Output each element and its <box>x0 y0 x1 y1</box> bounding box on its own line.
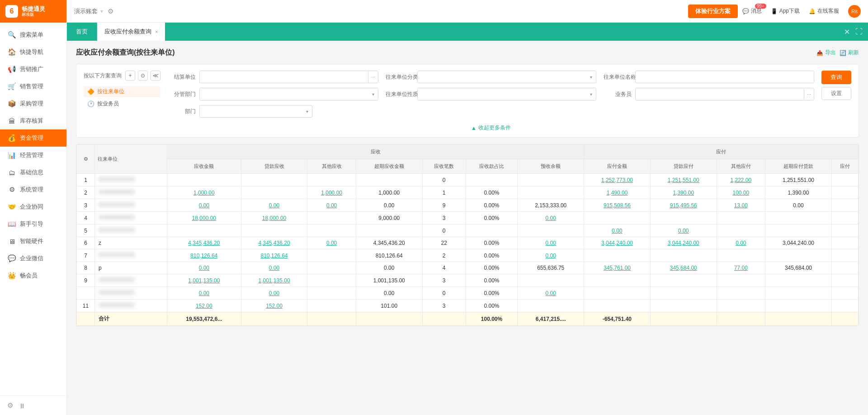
online-service-button[interactable]: 🔔 在线客服 <box>809 7 839 15</box>
partner-5 <box>95 224 167 237</box>
salesman-btn[interactable]: ··· <box>804 88 814 100</box>
ap-loan-2: 1,390.00 <box>650 186 717 199</box>
app-download-button[interactable]: 📱 App下载 <box>771 7 800 15</box>
sidebar-nav: 🔍 搜索菜单 🏠 快捷导航 📢 营销推广 🛒 销售管理 📦 采购管理 🏛 库存核… <box>0 23 66 396</box>
expand-icon[interactable]: ⛶ <box>855 28 863 36</box>
ap-overdue-4 <box>765 212 832 224</box>
dept-select[interactable]: ▾ <box>199 105 312 118</box>
row-num-5: 5 <box>77 224 95 237</box>
ar-overdue-7: 810,126.64 <box>356 249 422 262</box>
sidebar-item-purchase[interactable]: 📦 采购管理 <box>0 95 66 112</box>
sidebar-label-wechat: 企业微信 <box>20 254 43 262</box>
tab-home[interactable]: 首页 <box>67 23 97 41</box>
tab-active-receivable[interactable]: 应收应付余额查询 × <box>97 23 165 41</box>
settlement-unit-field[interactable] <box>200 74 368 80</box>
filter-fields: 结算单位 ··· 往来单位分类 ▾ <box>168 71 814 134</box>
row-num-10 <box>77 287 95 300</box>
system-icon: ⚙ <box>7 186 16 194</box>
advance-7: 0.00 <box>518 249 584 262</box>
sidebar-item-operations[interactable]: 📊 经营管理 <box>0 147 66 164</box>
ap-other-5 <box>717 224 765 237</box>
dept-manager-select[interactable]: ▾ <box>199 88 378 100</box>
inventory-icon: 🏛 <box>7 117 16 125</box>
sidebar-item-search[interactable]: 🔍 搜索菜单 <box>0 26 66 43</box>
scheme-item-partner[interactable]: 🔶 按往来单位 <box>84 86 160 97</box>
promo-button[interactable]: 体验行业方案 <box>688 5 738 18</box>
logo-subtitle: 标准版 <box>22 12 45 17</box>
collapse-sidebar-icon[interactable]: ⏸ <box>19 402 25 410</box>
ar-count-3: 9 <box>422 199 466 212</box>
ap-amount-10 <box>584 287 651 300</box>
marketing-icon: 📢 <box>7 65 16 73</box>
header-settings-icon[interactable]: ⚙ <box>108 7 113 15</box>
sidebar-item-sales[interactable]: 🛒 销售管理 <box>0 78 66 95</box>
ap-loan-1: 1,251,551.00 <box>650 174 717 186</box>
th-ar-amount: 应收金额 <box>167 159 241 174</box>
sidebar-item-member[interactable]: 👑 畅会员 <box>0 267 66 284</box>
sidebar-label-search: 搜索菜单 <box>20 31 43 39</box>
settings-footer-icon[interactable]: ⚙ <box>7 401 13 410</box>
main-content: 应收应付余额查询(按往来单位) 📤 导出 🔄 刷新 按以下方案查询 <box>67 41 868 415</box>
ar-amount-2: 1,000.00 <box>167 186 241 199</box>
page-title-actions: 📤 导出 🔄 刷新 <box>816 49 859 57</box>
add-scheme-button[interactable]: + <box>125 71 135 81</box>
salesman-input[interactable]: ··· <box>635 88 814 100</box>
sidebar-item-quicknav[interactable]: 🏠 快捷导航 <box>0 43 66 61</box>
ar-ratio-1 <box>466 174 518 186</box>
ar-ratio-11: 0.00% <box>466 300 518 312</box>
advance-11 <box>518 300 584 312</box>
collapse-scheme-button[interactable]: ≪ <box>151 71 160 81</box>
search-icon: 🔍 <box>7 31 16 39</box>
tab-bar: 首页 应收应付余额查询 × ✕ ⛶ <box>67 23 868 41</box>
settings-button[interactable]: 设置 <box>821 87 851 100</box>
ap-overdue-3: 0.00 <box>765 199 832 212</box>
sidebar-item-guide[interactable]: 📖 新手引导 <box>0 215 66 233</box>
sidebar-item-finance[interactable]: 💰 资金管理 <box>0 129 66 147</box>
sidebar-item-hardware[interactable]: 🖥 智能硬件 <box>0 233 66 250</box>
partner-nature-label: 往来单位性质 <box>386 91 417 98</box>
settlement-unit-input[interactable]: ··· <box>199 71 378 83</box>
ar-loan-5 <box>241 224 307 237</box>
th-ar-ratio: 应收款占比 <box>466 159 518 174</box>
partner-nature-arrow: ▾ <box>590 92 592 97</box>
salesman-label: 业务员 <box>604 91 635 98</box>
partner-nature-select[interactable]: ▾ <box>417 88 596 100</box>
ap-loan-11 <box>650 300 717 312</box>
filter-collapse-button[interactable]: ▲ 收起更多条件 <box>168 122 814 134</box>
scheme-item-salesman[interactable]: 🕐 按业务员 <box>84 98 160 110</box>
sidebar-item-collab[interactable]: 🤝 企业协同 <box>0 198 66 215</box>
ap-loan-4 <box>650 212 717 224</box>
member-icon: 👑 <box>7 272 16 280</box>
total-ar-count <box>422 312 466 326</box>
sidebar-item-marketing[interactable]: 📢 营销推广 <box>0 61 66 78</box>
messages-button[interactable]: 💬 消息 99+ <box>742 7 762 15</box>
table-row: 6 z 4,345,436.20 4,345,436.20 0.00 4,345… <box>77 237 859 249</box>
ap-extra-11 <box>831 300 858 312</box>
query-button[interactable]: 查询 <box>821 71 851 84</box>
sidebar-label-collab: 企业协同 <box>20 203 43 211</box>
sidebar-item-inventory[interactable]: 🏛 库存核算 <box>0 112 66 129</box>
tab-close-icon[interactable]: × <box>155 29 158 34</box>
partner-category-select[interactable]: ▾ <box>417 71 596 83</box>
ar-loan-10: 0.00 <box>241 287 307 300</box>
salesman-field[interactable] <box>636 91 804 97</box>
ar-overdue-10: 0.00 <box>356 287 422 300</box>
ap-other-6: 0.00 <box>717 237 765 249</box>
total-ar-ratio: 100.00% <box>466 312 518 326</box>
refresh-button[interactable]: 🔄 刷新 <box>840 49 859 57</box>
sidebar-item-basic[interactable]: 🗂 基础信息 <box>0 164 66 181</box>
settings-scheme-button[interactable]: ⊙ <box>138 71 148 81</box>
sidebar-item-system[interactable]: ⚙ 系统管理 <box>0 181 66 198</box>
sidebar-item-wechat[interactable]: 💬 企业微信 <box>0 250 66 267</box>
close-window-icon[interactable]: ✕ <box>844 28 850 36</box>
advance-9 <box>518 274 584 287</box>
settlement-unit-btn[interactable]: ··· <box>368 71 378 83</box>
ar-overdue-6: 4,345,436.20 <box>356 237 422 249</box>
user-avatar[interactable]: Rit <box>848 5 861 18</box>
ap-extra-4 <box>831 212 858 224</box>
table-settings-icon[interactable]: ⚙ <box>84 156 88 162</box>
filter-settlement-unit: 结算单位 ··· <box>168 71 378 83</box>
filter-header: 按以下方案查询 + ⊙ ≪ <box>84 71 160 81</box>
export-button[interactable]: 📤 导出 <box>816 49 836 57</box>
partner-name-field[interactable] <box>635 71 814 83</box>
